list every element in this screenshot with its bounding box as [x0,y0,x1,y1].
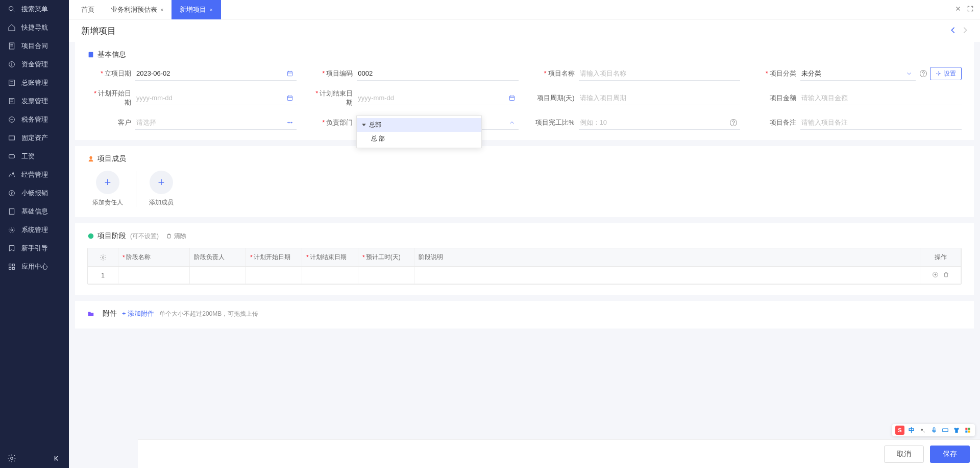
fullscreen-icon[interactable] [967,5,974,14]
save-button[interactable]: 保存 [930,446,970,463]
prev-icon[interactable] [950,27,955,35]
info-icon [7,207,16,216]
add-attachment-button[interactable]: + 添加附件 [122,309,154,318]
th-start: *计划开始日期 [246,248,302,266]
close-icon[interactable]: × [209,7,212,13]
sidebar-item-invoice[interactable]: 发票管理 [0,92,69,110]
sidebar: 搜索菜单 快捷导航 项目合同 资金管理 总账管理 发票管理 税务管理 固定资产 [0,0,69,468]
close-icon[interactable]: × [160,7,163,13]
sidebar-item-fund[interactable]: 资金管理 [0,55,69,74]
settings-button[interactable]: 设置 [930,67,962,80]
sidebar-item-system[interactable]: 系统管理 [0,221,69,239]
tab-profit-estimate[interactable]: 业务利润预估表× [103,0,172,19]
svg-rect-13 [9,155,15,158]
ime-toolbar[interactable]: S 中 •, [892,424,975,436]
person-icon [87,155,94,162]
plan-start-input[interactable] [135,91,297,105]
ime-mode[interactable]: 中 [908,426,916,434]
tab-bar: 首页 业务利润预估表× 新增项目× [69,0,980,19]
close-all-icon[interactable] [954,5,962,14]
sidebar-item-operation[interactable]: 经营管理 [0,166,69,184]
sidebar-item-ledger[interactable]: 总账管理 [0,74,69,92]
plan-end-input[interactable] [357,91,518,105]
svg-point-44 [102,256,104,259]
svg-rect-12 [9,136,15,140]
section-title: 项目成员 [97,154,126,163]
dropdown-item[interactable]: 总 部 [357,132,481,146]
collapse-icon[interactable] [53,454,62,463]
more-icon[interactable] [286,119,293,126]
calendar-icon[interactable] [286,95,293,102]
gear-icon[interactable] [7,454,16,463]
project-date-input[interactable] [135,66,297,81]
svg-rect-7 [9,80,15,86]
add-member-button[interactable]: + 添加成员 [149,171,174,207]
sidebar-item-reimburse[interactable]: 小畅报销 [0,184,69,202]
svg-rect-53 [968,431,970,433]
ime-keyboard-icon[interactable] [941,426,949,434]
system-icon [7,225,16,235]
cancel-button[interactable]: 取消 [884,446,924,463]
help-icon[interactable]: ? [730,119,737,126]
sidebar-item-tax[interactable]: 税务管理 [0,110,69,129]
svg-point-22 [11,457,13,460]
project-name-input[interactable] [579,66,740,81]
apps-icon [7,262,16,271]
panel-basic-info: 基本信息 *立项日期 *项目编码 [75,42,974,140]
document-icon [87,51,94,58]
chevron-down-icon[interactable] [905,70,913,77]
ime-skin-icon[interactable] [952,426,961,434]
project-remark-input[interactable] [800,115,962,130]
th-name: *阶段名称 [118,248,190,266]
section-title: 项目阶段 [97,231,126,241]
tax-icon [7,115,16,124]
row-index: 1 [88,267,118,284]
chevron-up-icon[interactable] [508,119,516,126]
project-amount-input[interactable] [800,91,962,105]
panel-attachments: 附件 + 添加附件 单个大小不超过200MB，可拖拽上传 [75,301,974,329]
next-icon[interactable] [963,27,968,35]
main-content: 首页 业务利润预估表× 新增项目× 新增项目 基本信息 [69,0,980,468]
tab-home[interactable]: 首页 [73,0,103,19]
caret-down-icon [362,124,366,126]
dropdown-item[interactable]: 总部 [357,118,481,132]
sidebar-item-salary[interactable]: 工资 [0,147,69,166]
add-row-icon[interactable] [932,271,939,279]
search-icon [7,5,16,14]
sidebar-item-base-info[interactable]: 基础信息 [0,202,69,221]
sidebar-search[interactable]: 搜索菜单 [0,0,69,18]
help-icon[interactable]: ? [920,70,927,77]
delete-row-icon[interactable] [943,271,949,279]
table-row[interactable]: 1 [88,267,961,284]
project-category-select[interactable] [800,66,916,81]
invoice-icon [7,97,16,106]
project-code-input[interactable] [357,66,518,81]
svg-point-42 [89,156,92,159]
tab-new-project[interactable]: 新增项目× [172,0,220,19]
gear-column-icon[interactable] [88,248,118,266]
svg-point-30 [938,73,940,75]
sidebar-item-project-contract[interactable]: 项目合同 [0,37,69,55]
panel-phases: 项目阶段 (可不设置) 清除 *阶段名称 阶段负责人 *计划开始日期 *计划结束… [75,223,974,295]
sidebar-item-fixed-assets[interactable]: 固定资产 [0,129,69,147]
project-period-input[interactable] [579,91,740,105]
ime-punct-icon[interactable]: •, [919,426,927,434]
customer-select[interactable] [135,115,297,130]
completion-pct-input[interactable] [579,115,740,130]
svg-point-43 [88,233,94,239]
add-principal-button[interactable]: + 添加责任人 [92,171,123,207]
svg-rect-19 [12,264,14,266]
svg-rect-50 [965,428,967,430]
sidebar-item-guide[interactable]: 新手引导 [0,239,69,258]
th-hours: *预计工时(天) [358,248,414,266]
sidebar-search-label: 搜索菜单 [21,5,48,14]
calendar-icon[interactable] [286,70,293,77]
clear-button[interactable]: 清除 [166,232,186,241]
ime-tool-icon[interactable] [964,426,972,434]
ime-mic-icon[interactable] [930,426,938,434]
svg-rect-31 [288,96,292,101]
sidebar-item-app-center[interactable]: 应用中心 [0,258,69,276]
svg-rect-25 [89,52,93,58]
sidebar-item-quick-nav[interactable]: 快捷导航 [0,18,69,37]
calendar-icon[interactable] [508,95,516,102]
